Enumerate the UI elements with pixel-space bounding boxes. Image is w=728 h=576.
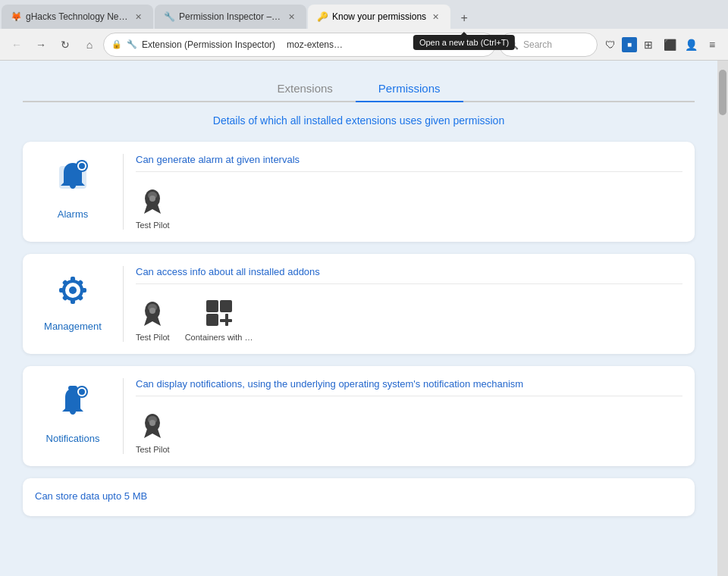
svg-point-8 — [69, 286, 77, 294]
testpilot-name-1: Test Pilot — [136, 221, 170, 230]
alarms-description: Can generate alarm at given intervals — [136, 154, 682, 172]
tab-ghacks-title: gHacks Technology News — [26, 11, 129, 22]
testpilot-icon-3 — [136, 409, 169, 442]
svg-rect-12 — [80, 288, 86, 293]
notifications-extensions: Test Pilot — [136, 405, 682, 454]
search-placeholder: Search — [523, 39, 552, 50]
scrollbar-thumb[interactable] — [719, 70, 726, 115]
extension-testpilot-2[interactable]: Test Pilot — [136, 296, 170, 342]
extension-testpilot-3[interactable]: Test Pilot — [136, 409, 170, 454]
testpilot-icon-2 — [136, 296, 169, 330]
tab-permissions[interactable]: Permissions — [356, 76, 463, 102]
page-main: Extensions Permissions Details of which … — [0, 61, 717, 576]
svg-rect-16 — [77, 295, 83, 301]
grid-icon[interactable]: ⊞ — [639, 35, 658, 55]
management-details: Can access info about all installed addo… — [123, 266, 682, 342]
address-extension-label: Extension (Permission Inspector) — [142, 39, 282, 50]
more-options-button[interactable]: ••• — [431, 36, 448, 53]
home-icon: ⌂ — [86, 39, 93, 51]
management-label: Management — [44, 321, 102, 332]
address-bar[interactable]: 🔒 🔧 Extension (Permission Inspector) moz… — [103, 33, 496, 57]
address-url: moz-extens… — [287, 39, 427, 50]
lock-icon: 🔒 — [111, 39, 122, 49]
svg-rect-25 — [68, 386, 77, 390]
tab-pi-close[interactable]: ✕ — [285, 11, 297, 23]
back-button[interactable]: ← — [6, 34, 27, 55]
shield-toolbar-icon[interactable]: 🛡 — [601, 35, 620, 55]
page-description: Details of which all installed extension… — [23, 114, 695, 127]
forward-button[interactable]: → — [30, 34, 52, 55]
bookmark-star-button[interactable]: ☆ — [471, 36, 488, 53]
notifications-label: Notifications — [46, 433, 100, 444]
tab-know-permissions[interactable]: 🔑 Know your permissions ✕ — [308, 5, 450, 29]
svg-rect-24 — [220, 319, 232, 322]
toolbar-icons: 🛡 ■ ⊞ ⬛ 👤 ≡ — [601, 35, 722, 55]
page-content: Extensions Permissions Details of which … — [0, 61, 728, 576]
scrollbar[interactable] — [717, 61, 728, 576]
forward-icon: → — [36, 39, 46, 51]
search-box[interactable]: 🔍 Search — [499, 33, 598, 57]
color-picker-icon[interactable]: ■ — [622, 37, 637, 52]
storage-details: Can store data upto 5 MB — [35, 490, 682, 516]
new-tab-icon: + — [460, 11, 467, 25]
nav-bar: ← → ↻ ⌂ 🔒 🔧 Extension (Permission Inspec… — [0, 29, 728, 61]
extension-icon-addr: 🔧 — [127, 39, 137, 49]
management-description: Can access info about all installed addo… — [136, 266, 682, 284]
permission-card-notifications: Notifications Can display notifications,… — [23, 366, 695, 466]
permission-card-alarms: Alarms Can generate alarm at given inter… — [23, 142, 695, 242]
testpilot-name-3: Test Pilot — [136, 445, 170, 454]
tab-permission-inspector[interactable]: 🔧 Permission Inspector – Get this ✕ — [155, 5, 306, 29]
permission-icon-area-management: Management — [35, 266, 111, 332]
extension-testpilot-1[interactable]: Test Pilot — [136, 184, 170, 230]
reload-button[interactable]: ↻ — [55, 34, 76, 55]
address-actions: ••• 🛡 ☆ — [431, 36, 488, 53]
management-extensions: Test Pilot — [136, 293, 682, 342]
browser-frame: 🦊 gHacks Technology News ✕ 🔧 Permission … — [0, 0, 728, 576]
reload-icon: ↻ — [61, 39, 70, 51]
svg-rect-14 — [77, 280, 83, 286]
profile-icon[interactable]: 👤 — [681, 35, 701, 55]
svg-point-27 — [79, 389, 85, 395]
svg-rect-15 — [62, 295, 68, 301]
svg-rect-13 — [62, 280, 68, 286]
permission-card-storage: Can store data upto 5 MB — [23, 478, 695, 516]
tab-pi-title: Permission Inspector – Get this — [179, 11, 282, 22]
home-button[interactable]: ⌂ — [79, 34, 100, 55]
svg-point-19 — [149, 308, 155, 314]
alarms-label: Alarms — [58, 208, 88, 220]
tab-kp-favicon: 🔑 — [317, 11, 328, 22]
svg-rect-10 — [71, 298, 75, 304]
search-icon: 🔍 — [507, 39, 519, 50]
tab-ghacks[interactable]: 🦊 gHacks Technology News ✕ — [2, 5, 153, 29]
svg-rect-22 — [206, 314, 218, 326]
tab-ghacks-close[interactable]: ✕ — [132, 11, 144, 23]
tab-kp-close[interactable]: ✕ — [429, 11, 441, 23]
permission-icon-area-notifications: Notifications — [35, 378, 111, 444]
page-tabs: Extensions Permissions — [23, 76, 695, 102]
tab-bar: 🦊 gHacks Technology News ✕ 🔧 Permission … — [0, 0, 728, 29]
svg-rect-20 — [206, 300, 218, 312]
extension-containers[interactable]: Containers with … — [185, 296, 253, 342]
menu-button[interactable]: ≡ — [702, 35, 722, 55]
tab-kp-title: Know your permissions — [332, 11, 426, 22]
alarms-extensions: Test Pilot — [136, 181, 682, 230]
containers-name: Containers with … — [185, 333, 253, 342]
tab-pi-favicon: 🔧 — [164, 11, 174, 22]
tab-extensions[interactable]: Extensions — [254, 76, 355, 102]
management-icon — [49, 266, 97, 315]
svg-point-6 — [149, 196, 155, 202]
permission-card-management: Management Can access info about all ins… — [23, 254, 695, 354]
tab-ghacks-favicon: 🦊 — [11, 11, 21, 22]
new-tab-button[interactable]: + Open a new tab (Ctrl+T) — [453, 8, 475, 29]
containers-icon — [202, 296, 236, 330]
notifications-details: Can display notifications, using the und… — [123, 378, 682, 454]
storage-description: Can store data upto 5 MB — [35, 490, 682, 508]
stop-icon[interactable]: ⬛ — [660, 35, 679, 55]
testpilot-name-2: Test Pilot — [136, 333, 170, 342]
svg-rect-11 — [59, 288, 65, 293]
testpilot-icon-1 — [136, 184, 169, 218]
notifications-icon — [49, 378, 97, 427]
alarms-icon — [49, 154, 97, 202]
svg-point-30 — [149, 420, 155, 426]
shield-btn[interactable]: 🛡 — [451, 36, 468, 53]
